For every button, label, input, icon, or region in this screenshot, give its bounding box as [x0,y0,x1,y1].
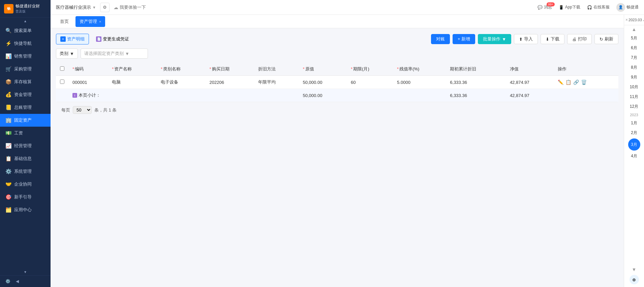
tab-asset-management[interactable]: 资产管理 × [75,16,105,27]
logo-icon: 畅 [4,4,13,13]
right-sidebar-action[interactable]: ⊕ [630,275,639,284]
page-content: ≡ 资产明细 📄 变更生成凭证 对账 + 新增 [51,28,624,287]
topbar-experience[interactable]: ☁ 我要体验一下 [114,4,146,10]
cal-month-8[interactable]: 8月 [624,63,644,72]
delete-icon[interactable]: 🗑️ [581,79,587,85]
sidebar-item-search[interactable]: 🔍 搜索菜单 [0,24,51,37]
voucher-icon: 📄 [96,36,101,42]
batch-button[interactable]: 批量操作 ▼ [478,34,511,44]
sidebar-item-payroll[interactable]: 💵 工资 [0,127,51,139]
user-profile[interactable]: 👤 畅捷通 [616,3,639,12]
sidebar-item-inventory[interactable]: 📦 库存核算 [0,75,51,88]
sidebar-item-purchase[interactable]: 🛒 采购管理 [0,63,51,75]
cal-month-2[interactable]: 2月 [624,128,644,138]
customer-service-button[interactable]: 🎧 在线客服 [587,4,610,10]
sidebar-item-funds[interactable]: 💰 资金管理 [0,88,51,101]
topbar: 医疗器械行业演示 ▼ ⚙ ☁ 我要体验一下 💬 消息 99+ 📱 App下载 🎧… [51,0,644,15]
select-all-checkbox[interactable] [60,66,64,71]
cell-depreciation-method: 年限平均 [254,76,299,89]
avatar: 👤 [616,3,625,12]
right-sidebar-close[interactable]: × [625,18,628,22]
import-button[interactable]: ⬆ 导入 [514,34,538,44]
settings-icon[interactable]: ⚙️ [5,279,10,284]
header-original-value: *原值 [299,63,347,76]
category-input[interactable]: 请选择固定资产类别 ▼ [81,49,148,59]
refresh-button[interactable]: ↻ 刷新 [594,34,618,44]
app-download-button[interactable]: 📱 App下载 [559,4,580,10]
sidebar-item-sales[interactable]: 📊 销售管理 [0,50,51,63]
header-depreciation-method: 折旧方法 [254,63,299,76]
sidebar-item-fixed-assets[interactable]: 🏢 固定资产 [0,114,51,127]
row-checkbox[interactable] [60,79,64,84]
sidebar-scroll-down[interactable]: ▼ [0,268,51,275]
collapse-icon[interactable]: ◀ [16,279,19,284]
cal-month-6[interactable]: 6月 [624,43,644,53]
experience-label: 我要体验一下 [120,4,146,10]
category-filter-select[interactable]: 类别 ▼ [56,49,78,59]
category-filter-arrow: ▼ [70,51,74,56]
sidebar-scroll-up[interactable]: ▲ [0,18,51,24]
customer-service-label: 在线客服 [593,4,610,10]
base-info-icon: 📋 [5,156,11,162]
home-tab-label: 首页 [60,19,69,25]
sidebar-item-label: 库存核算 [14,79,32,85]
sidebar-item-label: 固定资产 [14,117,32,123]
main-container: 医疗器械行业演示 ▼ ⚙ ☁ 我要体验一下 💬 消息 99+ 📱 App下载 🎧… [51,0,644,287]
cal-month-12[interactable]: 12月 [624,102,644,111]
share-icon[interactable]: 🔗 [573,79,579,85]
sidebar-item-label: 快捷导航 [14,40,32,46]
cell-residual-rate: 5.0000 [393,76,446,89]
sidebar-item-ledger[interactable]: 📒 总账管理 [0,101,51,114]
cal-month-7[interactable]: 7月 [624,53,644,63]
subtotal-original-value: 50,000.00 [299,89,347,102]
cal-month-5[interactable]: 5月 [624,33,644,43]
tab-home[interactable]: 首页 [56,16,73,27]
sub-tab-asset-detail-label: 资产明细 [67,36,85,42]
sub-tab-voucher-label: 变更生成凭证 [103,36,129,42]
sidebar-item-guide[interactable]: 🎯 新手引导 [0,191,51,203]
copy-icon[interactable]: 📋 [565,79,571,85]
right-sidebar-expand[interactable]: ⤢ [643,18,644,22]
cell-net-value: 42,874.97 [506,76,554,89]
subtotal-icon: Σ [72,93,77,98]
row-checkbox-cell [56,76,68,89]
company-dropdown-arrow[interactable]: ▼ [92,5,96,9]
sidebar-item-system[interactable]: ⚙️ 系统管理 [0,165,51,178]
calendar-scroll: 5月 6月 7月 8月 9月 10月 11月 12月 2023 1月 2月 3月… [624,33,644,263]
category-placeholder: 请选择固定资产类别 [84,51,124,57]
reconcile-button[interactable]: 对账 [431,34,450,44]
search-icon: 🔍 [5,28,11,34]
sidebar-item-enterprise[interactable]: 🤝 企业协同 [0,178,51,191]
sidebar-item-quick-nav[interactable]: ⚡ 快捷导航 [0,37,51,50]
cal-month-11[interactable]: 11月 [624,92,644,102]
cal-month-4[interactable]: 4月 [624,151,644,161]
sub-tab-asset-detail[interactable]: ≡ 资产明细 [56,34,89,44]
sidebar-item-label: 企业协同 [14,181,32,187]
sidebar-item-app-center[interactable]: 🗂️ 应用中心 [0,203,51,216]
sub-tab-voucher[interactable]: 📄 变更生成凭证 [92,34,133,44]
right-sidebar-scroll-up[interactable]: ▲ [631,25,638,33]
download-button[interactable]: ⬇ 下载 [541,34,564,44]
sidebar-item-base-info[interactable]: 📋 基础信息 [0,152,51,165]
main-content: 首页 资产管理 × ≡ 资产明细 📄 [51,15,624,287]
cal-month-current[interactable]: 3月 [628,138,640,151]
sidebar-item-operations[interactable]: 📈 经营管理 [0,139,51,152]
system-icon: ⚙️ [5,168,11,174]
new-button[interactable]: + 新增 [453,34,475,44]
print-button[interactable]: 🖨 打印 [567,34,592,44]
edit-icon[interactable]: ✏️ [558,79,563,85]
table-row: 000001 电脑 电子设备 202206 年限平均 50,000.00 60 … [56,76,618,89]
logo-text: 畅捷通好业财 [16,3,40,9]
messages-button[interactable]: 💬 消息 99+ [538,4,552,10]
cal-month-10[interactable]: 10月 [624,82,644,92]
page-size-select[interactable]: 20 50 100 [73,106,92,114]
cal-month-1[interactable]: 1月 [624,118,644,128]
app-download-label: App下载 [565,4,580,10]
tab-close-icon[interactable]: × [99,20,101,24]
sidebar: 畅 畅捷通好业财 普及版 ▲ 🔍 搜索菜单 ⚡ 快捷导航 📊 销售管理 🛒 采购… [0,0,51,287]
cell-purchase-date: 202206 [206,76,254,89]
topbar-gear-button[interactable]: ⚙ [100,3,110,12]
right-sidebar-scroll-down[interactable]: ▼ [631,265,638,274]
cal-month-9[interactable]: 9月 [624,72,644,82]
subtotal-empty-check [56,89,68,102]
